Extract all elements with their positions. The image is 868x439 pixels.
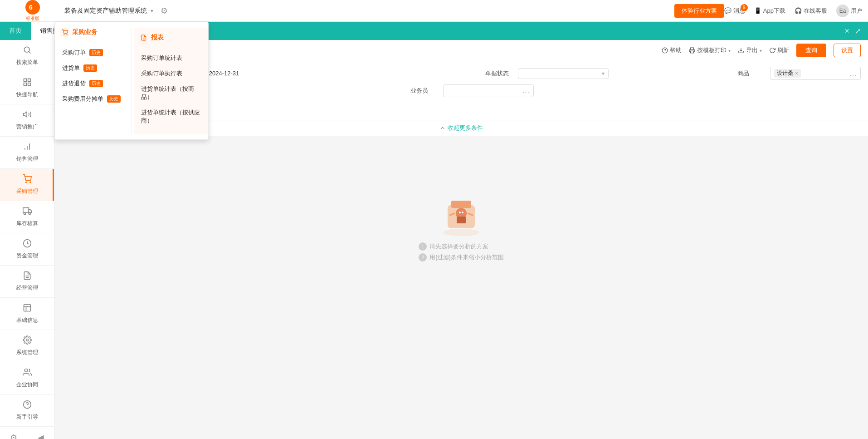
operations-icon [23,271,32,282]
message-icon: 💬 [724,7,731,14]
collapse-btn[interactable]: 收起更多条件 [439,124,483,132]
dropdown-item-purchase-order-stat[interactable]: 采购订单统计表 [139,50,203,66]
sidebar-item-inventory[interactable]: 库存核算 [0,201,54,233]
headset-icon: 🎧 [795,7,802,14]
tip-num-1: 1 [419,242,427,251]
sidebar-quicknav-label: 快捷导航 [16,91,38,99]
purchase-return-history: 历史 [89,80,103,87]
tab-actions: × ⤢ [843,25,868,38]
purchase-incoming-history: 历史 [83,64,97,72]
purchase-return-label: 进货退货 [62,79,86,88]
export-btn[interactable]: 导出 ▾ [738,46,762,54]
purchase-icon [23,174,32,186]
query-btn[interactable]: 查询 [796,44,826,57]
sidebar-item-enterprise[interactable]: 企业协同 [0,362,54,395]
voucher-status-dropdown: ▾ [602,70,605,77]
settings-btn[interactable]: 设置 [834,44,861,57]
sidebar-item-purchase[interactable]: 采购管理 [0,169,54,201]
dropdown-item-purchase-order[interactable]: 采购订单 历史 [60,45,124,60]
svg-marker-14 [29,210,31,213]
help-label: 帮助 [670,46,682,54]
report-col: 报表 采购订单统计表 采购订单执行表 进货单统计表（按商品） 进货单统计表（按供… [134,28,209,134]
system-dropdown-icon[interactable]: ▾ [151,8,153,14]
online-service-label: 在线客服 [804,7,827,15]
svg-rect-6 [28,83,30,86]
purchase-order-stat-label: 采购订单统计表 [141,54,182,62]
sidebar-search-label: 搜索菜单 [16,59,38,66]
tip-text-1: 请先选择要分析的方案 [429,242,488,251]
product-tag-remove[interactable]: × [795,70,798,77]
sidebar-item-guide[interactable]: 新手引导 [0,395,54,427]
empty-illustration [434,192,488,237]
svg-point-24 [24,369,28,372]
svg-point-16 [29,212,30,214]
sidebar-item-search[interactable]: 搜索菜单 [0,40,54,72]
svg-point-41 [67,35,67,35]
sidebar-inventory-label: 库存核算 [16,220,38,227]
user-label: 用户 [851,7,863,15]
svg-line-2 [29,52,30,54]
settings-icon[interactable]: ⚙ [161,6,168,16]
dropdown-item-purchase-incoming[interactable]: 进货单 历史 [60,60,124,76]
dropdown-item-purchase-order-exec[interactable]: 采购订单执行表 [139,66,203,81]
svg-point-39 [462,212,463,213]
sidebar-purchase-label: 采购管理 [16,187,38,195]
dropdown-item-incoming-stat-supplier[interactable]: 进货单统计表（按供应商） [139,105,203,128]
salesperson-ellipsis[interactable]: … [522,87,530,95]
sidebar-item-finance[interactable]: 资金管理 [0,233,54,266]
sidebar-item-operations[interactable]: 经营管理 [0,266,54,298]
svg-point-11 [25,182,26,183]
product-filter[interactable]: 设计桑 × … [770,67,861,80]
purchase-col-title: 采购业务 [72,28,98,36]
sidebar-item-basic[interactable]: 基础信息 [0,298,54,330]
industry-btn[interactable]: 体验行业方案 [674,4,724,18]
user-profile[interactable]: Ea 用户 [836,5,863,17]
svg-point-12 [29,182,30,183]
online-service-btn[interactable]: 🎧 在线客服 [795,7,827,15]
sidebar-basic-label: 基础信息 [16,316,38,324]
inventory-icon [23,207,32,218]
product-tag-text: 设计桑 [777,69,793,77]
collapse-label: 收起更多条件 [448,124,483,132]
empty-state: 1 请先选择要分析的方案 2 用[过滤]条件来缩小分析范围 [54,136,868,317]
empty-tip-1: 1 请先选择要分析的方案 [419,242,503,251]
sidebar-item-system[interactable]: 系统管理 [0,330,54,362]
footer-collapse-icon[interactable]: ◀ [38,433,44,439]
sidebar-item-quick-nav[interactable]: 快捷导航 [0,72,54,104]
purchase-order-label: 采购订单 [62,49,86,57]
sidebar-item-marketing[interactable]: 营销推广 [0,104,54,137]
incoming-stat-product-label: 进货单统计表（按商品） [141,85,201,101]
footer-settings-icon[interactable]: ⚙ [10,433,17,439]
finance-icon [23,239,32,250]
voucher-status-label: 单据状态 [485,69,512,78]
product-ellipsis[interactable]: … [849,69,857,78]
salesperson-filter[interactable]: … [443,84,534,97]
window-close-icon[interactable]: × [843,25,851,38]
report-col-header: 报表 [139,33,203,45]
app-download-btn[interactable]: 📱 App下载 [754,7,785,15]
window-expand-icon[interactable]: ⤢ [853,25,863,37]
voucher-status-select[interactable]: ▾ [518,68,609,79]
incoming-stat-supplier-label: 进货单统计表（按供应商） [141,109,201,125]
help-btn[interactable]: 帮助 [662,46,682,54]
print-label: 按模板打印 [697,46,727,54]
print-btn[interactable]: 按模板打印 ▾ [689,46,731,54]
sales-icon [23,142,32,153]
svg-rect-29 [691,51,694,53]
logo-text: 标准版 [26,15,39,22]
dropdown-item-incoming-stat-product[interactable]: 进货单统计表（按商品） [139,81,203,105]
logo-icon: 6 [25,0,40,15]
print-dropdown-icon[interactable]: ▾ [728,48,731,53]
system-title: 装备及固定资产辅助管理系统 ▾ ⚙ [64,6,671,16]
tab-home[interactable]: 首页 [0,22,31,40]
dropdown-item-purchase-expense[interactable]: 采购费用分摊单 历史 [60,91,124,107]
messages-btn[interactable]: 💬 消息 9 [724,7,745,15]
refresh-btn[interactable]: 刷新 [769,46,789,54]
tab-home-label: 首页 [9,27,22,35]
export-dropdown-icon[interactable]: ▾ [760,48,762,53]
system-title-text: 装备及固定资产辅助管理系统 [64,7,147,15]
sidebar-marketing-label: 营销推广 [16,123,38,131]
sidebar-item-sales[interactable]: 销售管理 [0,137,54,169]
svg-point-23 [26,339,28,341]
dropdown-item-purchase-return[interactable]: 进货退货 历史 [60,76,124,91]
